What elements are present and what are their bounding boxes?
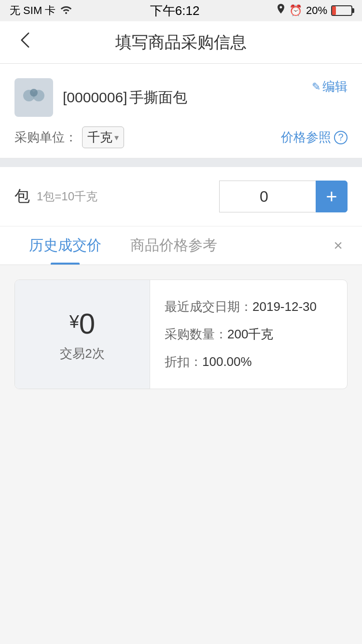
product-title: 手撕面包 [129,89,187,105]
battery-icon [331,5,352,16]
section-divider [0,158,362,167]
product-left: [0000006] 手撕面包 [14,78,187,117]
card-left: ¥0 交易2次 [15,280,150,389]
unit-value: 千克 [87,129,112,146]
quantity-value: 200千克 [227,327,273,341]
quantity-label-wrap: 包 1包=10千克 [14,186,97,207]
tab-row: 历史成交价 商品价格参考 × [0,226,362,265]
product-unit-row: 采购单位： 千克 ▾ 价格参照 ? [14,126,348,148]
product-id: [0000006] [63,89,127,105]
recent-date-value: 2019-12-30 [252,299,317,314]
status-time: 下午6:12 [150,2,200,19]
svg-point-2 [30,89,38,97]
card-quantity-row: 采购数量：200千克 [165,325,333,344]
location-icon [277,4,285,17]
tabs-container: 历史成交价 商品价格参考 [14,226,232,265]
tab-history-price[interactable]: 历史成交价 [14,226,116,265]
card-right: 最近成交日期：2019-12-30 采购数量：200千克 折扣：100.00% [150,280,347,389]
tab-product-price[interactable]: 商品价格参考 [116,226,232,265]
product-thumbnail [14,78,53,117]
edit-label: 编辑 [322,78,348,95]
quantity-input[interactable] [219,181,316,212]
card-price: ¥0 [70,307,95,340]
discount-label: 折扣： [165,354,202,369]
price-reference-button[interactable]: 价格参照 ? [281,129,348,146]
unit-label: 采购单位： [14,129,77,146]
quantity-unit: 包 [14,186,30,207]
signal-icon: 无 SIM 卡 [10,3,56,18]
alarm-icon: ⏰ [289,4,302,17]
status-bar: 无 SIM 卡 下午6:12 ⏰ 20% [0,0,362,21]
back-button[interactable] [14,27,36,58]
product-section: [0000006] 手撕面包 ✎ 编辑 采购单位： 千克 ▾ 价格参照 ? [0,64,362,158]
card-transactions: 交易2次 [60,345,104,362]
product-header: [0000006] 手撕面包 ✎ 编辑 [14,78,348,117]
quantity-input-wrap: + [219,181,348,212]
bottom-space [0,458,362,644]
card-discount-row: 折扣：100.00% [165,352,333,371]
history-section: ¥0 交易2次 最近成交日期：2019-12-30 采购数量：200千克 折扣：… [0,265,362,458]
quantity-label: 采购数量： [165,327,227,341]
status-right: ⏰ 20% [277,4,352,17]
battery-percent: 20% [306,4,327,17]
product-thumb-icon [22,86,46,110]
edit-button[interactable]: ✎ 编辑 [312,78,348,95]
wifi-icon [59,4,73,17]
currency-symbol: ¥ [70,312,79,332]
unit-select-wrap: 采购单位： 千克 ▾ [14,126,124,148]
dropdown-arrow-icon: ▾ [114,132,119,143]
status-left: 无 SIM 卡 [10,3,73,18]
discount-value: 100.00% [202,354,252,369]
card-recent-date-row: 最近成交日期：2019-12-30 [165,297,333,316]
info-icon: ? [334,131,348,144]
edit-icon: ✎ [312,81,320,93]
unit-dropdown[interactable]: 千克 ▾ [82,126,124,148]
plus-icon: + [326,186,337,208]
tab-close-button[interactable]: × [329,232,348,259]
recent-date-label: 最近成交日期： [165,299,252,314]
tab-history-price-label: 历史成交价 [29,236,101,255]
close-icon: × [334,237,343,254]
quantity-plus-button[interactable]: + [316,181,348,212]
product-name: [0000006] 手撕面包 [63,88,187,108]
history-card: ¥0 交易2次 最近成交日期：2019-12-30 采购数量：200千克 折扣：… [14,280,348,389]
quantity-row: 包 1包=10千克 + [0,167,362,226]
price-value: 0 [79,308,95,340]
page-title: 填写商品采购信息 [115,31,247,54]
tab-product-price-label: 商品价格参考 [130,236,217,255]
price-ref-label: 价格参照 [281,129,331,146]
quantity-hint: 1包=10千克 [37,189,97,204]
nav-bar: 填写商品采购信息 [0,21,362,64]
